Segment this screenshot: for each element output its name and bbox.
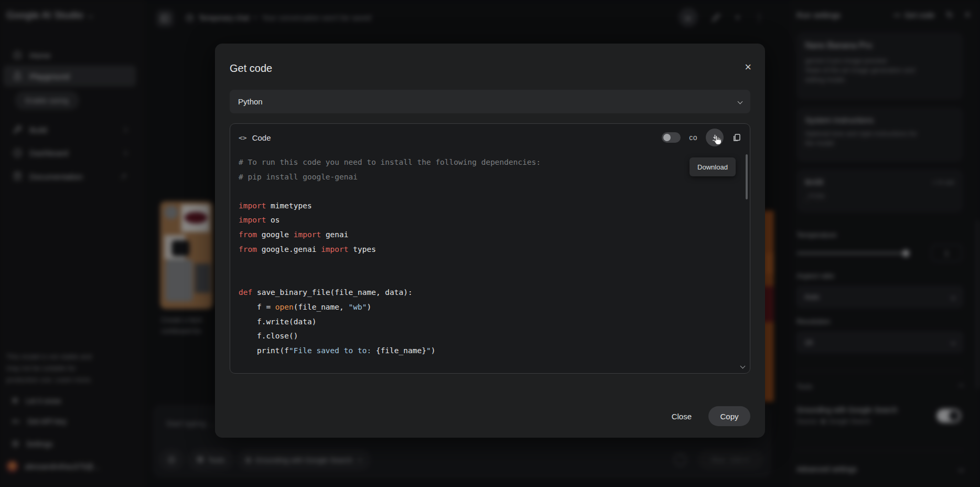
code-panel-header: <> Code co	[230, 124, 750, 151]
language-selected: Python	[238, 97, 263, 106]
modal-title: Get code	[230, 62, 272, 75]
toggle-knob	[663, 134, 671, 141]
close-button[interactable]: Close	[672, 412, 692, 421]
code-toggle[interactable]	[662, 132, 681, 143]
scroll-down-icon[interactable]	[740, 364, 746, 369]
copy-code-icon[interactable]	[732, 133, 741, 142]
colab-icon[interactable]: co	[689, 133, 697, 142]
code-scrollbar[interactable]	[746, 154, 748, 199]
chevron-down-icon	[738, 99, 743, 104]
get-code-modal: Get code × Python <> Code co	[215, 44, 765, 438]
close-modal-icon[interactable]: ×	[745, 60, 751, 74]
code-content[interactable]: # To run this code you need to install t…	[230, 151, 549, 362]
language-select[interactable]: Python	[230, 90, 750, 113]
download-tooltip: Download	[690, 157, 736, 176]
app-root: Google AI Studio Home Playground Enable …	[0, 0, 980, 487]
download-button[interactable]	[706, 129, 724, 146]
modal-footer: Close Copy	[672, 406, 750, 426]
code-label: Code	[252, 133, 271, 142]
hand-cursor-icon	[712, 135, 723, 145]
code-toolbar: co	[662, 129, 741, 146]
code-panel-title: <> Code	[239, 133, 271, 142]
copy-button[interactable]: Copy	[708, 406, 750, 426]
code-panel: <> Code co # To run this code you need t…	[230, 123, 750, 374]
code-icon: <>	[239, 134, 247, 142]
